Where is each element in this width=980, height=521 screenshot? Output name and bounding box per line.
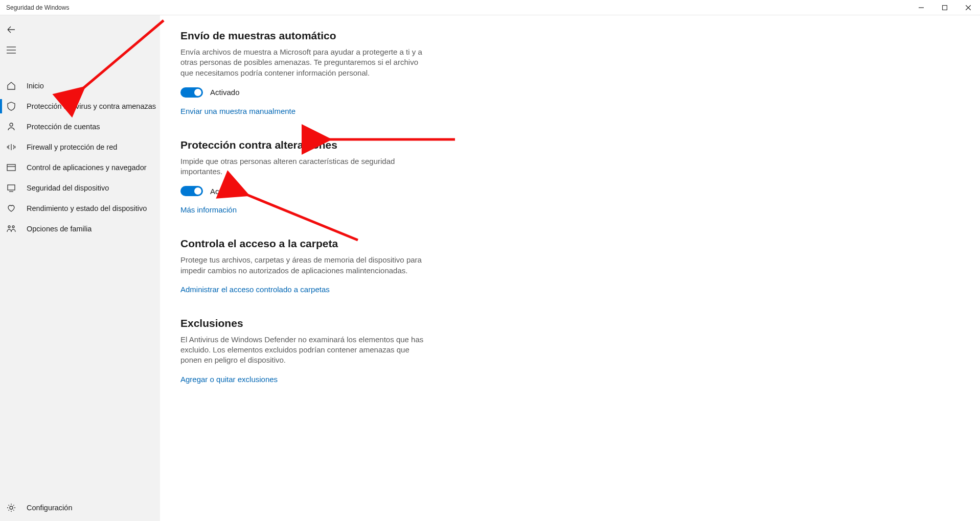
family-icon	[6, 224, 16, 233]
titlebar: Seguridad de Windows	[0, 0, 980, 15]
main-area: Inicio Protección antivirus y contra ame…	[0, 15, 980, 521]
toggle-row: Activado	[180, 87, 508, 98]
sidebar-item-label: Protección antivirus y contra amenazas	[27, 102, 156, 110]
network-icon	[6, 143, 16, 152]
section-title: Protección contra alteraciones	[180, 139, 508, 151]
person-icon	[6, 122, 16, 131]
sidebar-item-home[interactable]: Inicio	[0, 76, 160, 96]
device-icon	[6, 183, 16, 193]
send-sample-link[interactable]: Enviar una muestra manualmente	[180, 107, 508, 115]
close-button[interactable]	[956, 0, 980, 15]
toggle-row: Activado	[180, 186, 508, 196]
section-description: Impide que otras personas alteren caract…	[180, 156, 426, 177]
sidebar-item-label: Opciones de familia	[27, 225, 92, 233]
svg-rect-8	[7, 164, 15, 171]
sidebar-item-health[interactable]: Rendimiento y estado del dispositivo	[0, 198, 160, 219]
maximize-button[interactable]	[933, 0, 956, 15]
settings-label: Configuración	[27, 504, 72, 512]
sidebar-item-appbrowser[interactable]: Control de aplicaciones y navegador	[0, 157, 160, 178]
sidebar-item-label: Inicio	[27, 82, 44, 90]
section-description: El Antivirus de Windows Defender no exam…	[180, 335, 426, 366]
manage-folder-access-link[interactable]: Administrar el acceso controlado a carpe…	[180, 285, 508, 294]
tamper-protection-toggle[interactable]	[180, 186, 203, 196]
sidebar-item-label: Seguridad del dispositivo	[27, 184, 109, 192]
toggle-state-label: Activado	[210, 187, 240, 196]
sidebar-item-firewall[interactable]: Firewall y protección de red	[0, 137, 160, 157]
svg-point-12	[8, 226, 10, 228]
section-title: Exclusiones	[180, 317, 508, 329]
svg-point-7	[10, 123, 13, 126]
section-sample-submission: Envío de muestras automático Envía archi…	[180, 30, 508, 115]
section-folder-access: Controla el acceso a la carpeta Protege …	[180, 238, 508, 294]
sidebar: Inicio Protección antivirus y contra ame…	[0, 15, 160, 521]
window-controls	[909, 0, 980, 15]
app-window-icon	[6, 163, 16, 172]
sidebar-item-label: Protección de cuentas	[27, 123, 100, 131]
add-remove-exclusions-link[interactable]: Agregar o quitar exclusiones	[180, 375, 508, 384]
minimize-button[interactable]	[909, 0, 933, 15]
section-title: Envío de muestras automático	[180, 30, 508, 42]
back-button[interactable]	[0, 19, 160, 40]
home-icon	[6, 81, 16, 90]
svg-point-14	[10, 506, 13, 509]
shield-icon	[6, 102, 16, 111]
svg-rect-1	[943, 5, 947, 10]
sample-submission-toggle[interactable]	[180, 87, 203, 98]
back-arrow-icon	[6, 25, 16, 34]
gear-icon	[6, 503, 16, 512]
sidebar-item-label: Firewall y protección de red	[27, 143, 117, 151]
section-tamper-protection: Protección contra alteraciones Impide qu…	[180, 139, 508, 215]
sidebar-item-device[interactable]: Seguridad del dispositivo	[0, 178, 160, 198]
sidebar-item-label: Control de aplicaciones y navegador	[27, 163, 147, 172]
svg-point-13	[12, 226, 14, 228]
sidebar-item-virus[interactable]: Protección antivirus y contra amenazas	[0, 96, 160, 116]
content-pane: Envío de muestras automático Envía archi…	[160, 15, 980, 521]
toggle-state-label: Activado	[210, 88, 240, 97]
window-title: Seguridad de Windows	[5, 4, 69, 11]
sidebar-item-account[interactable]: Protección de cuentas	[0, 116, 160, 137]
section-title: Controla el acceso a la carpeta	[180, 238, 508, 250]
heart-icon	[6, 204, 16, 213]
section-exclusions: Exclusiones El Antivirus de Windows Defe…	[180, 317, 508, 384]
hamburger-icon	[6, 46, 16, 54]
sidebar-item-label: Rendimiento y estado del dispositivo	[27, 204, 147, 212]
hamburger-button[interactable]	[0, 40, 160, 60]
sidebar-item-family[interactable]: Opciones de familia	[0, 219, 160, 239]
more-info-link[interactable]: Más información	[180, 205, 508, 214]
section-description: Protege tus archivos, carpetas y áreas d…	[180, 255, 426, 276]
svg-rect-10	[8, 185, 15, 190]
settings-button[interactable]: Configuración	[0, 498, 160, 518]
section-description: Envía archivos de muestra a Microsoft pa…	[180, 47, 426, 78]
